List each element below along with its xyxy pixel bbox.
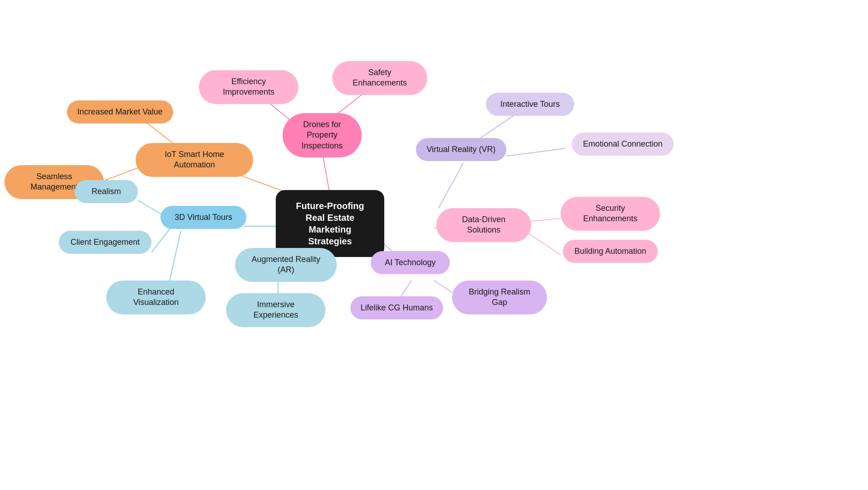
bridging-node[interactable]: Bridging Realism Gap: [452, 281, 547, 314]
svg-line-15: [151, 226, 172, 252]
svg-line-12: [524, 231, 561, 255]
safety-node[interactable]: Safety Enhancements: [332, 61, 427, 95]
vr-node[interactable]: Virtual Reality (VR): [416, 138, 506, 161]
emotional-connection-node[interactable]: Emotional Connection: [572, 133, 674, 156]
lifelike-node[interactable]: Lifelike CG Humans: [350, 296, 443, 319]
svg-line-14: [138, 200, 163, 215]
realism-node[interactable]: Realism: [75, 180, 138, 203]
svg-line-8: [506, 148, 565, 156]
data-driven-node[interactable]: Data-Driven Solutions: [436, 208, 531, 242]
security-node[interactable]: Security Enhancements: [561, 197, 660, 231]
svg-line-6: [439, 163, 463, 208]
interactive-tours-node[interactable]: Interactive Tours: [486, 93, 574, 116]
ai-technology-node[interactable]: AI Technology: [371, 251, 450, 274]
building-automation-node[interactable]: Building Automation: [563, 240, 658, 263]
ar-node[interactable]: Augmented Reality (AR): [235, 248, 337, 282]
iot-node[interactable]: IoT Smart Home Automation: [136, 143, 253, 177]
immersive-node[interactable]: Immersive Experiences: [226, 293, 326, 327]
drones-node[interactable]: Drones for Property Inspections: [283, 113, 362, 157]
efficiency-node[interactable]: Efficiency Improvements: [199, 70, 298, 104]
client-engagement-node[interactable]: Client Engagement: [59, 231, 151, 254]
center-node[interactable]: Future-Proofing Real Estate Marketing St…: [276, 190, 384, 257]
market-value-node[interactable]: Increased Market Value: [67, 100, 173, 124]
enhanced-visualization-node[interactable]: Enhanced Visualization: [106, 281, 206, 314]
3d-tours-node[interactable]: 3D Virtual Tours: [160, 206, 246, 229]
